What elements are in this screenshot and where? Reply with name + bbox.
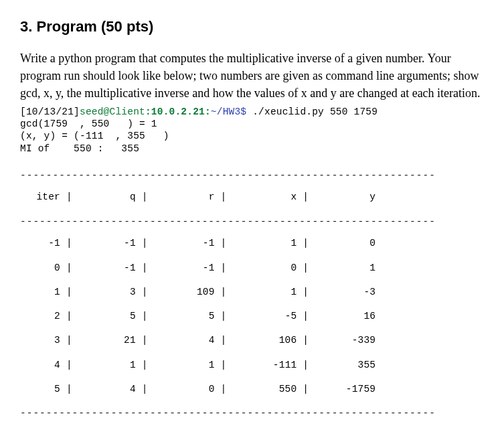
gcd-line: gcd(1759 , 550 ) = 1 [20,119,157,129]
table-row: -1 |-1 |-1 |1 |0 [20,237,484,249]
problem-description: Write a python program that computes the… [20,50,484,102]
prompt-user: seed@Client [80,106,145,117]
command-text: ./xeuclid.py 550 1759 [246,106,377,117]
prompt-date: [10/13/21] [20,106,80,117]
table-row: 3 |21 |4 |106 |-339 [20,334,484,346]
col-header-y: y [309,191,375,203]
col-header-iter: iter [20,191,60,203]
table-output: iter |q |r |x |y -1 |-1 |-1 |1 |0 0 |-1 … [20,157,484,429]
table-separator [20,169,484,179]
table-row: 1 |3 |109 |1 |-3 [20,286,484,298]
table-header-row: iter |q |r |x |y [20,191,484,203]
col-header-x: x [226,191,297,203]
mi-line: MI of 550 : 355 [20,143,139,154]
xy-line: (x, y) = (-111 , 355 ) [20,131,169,141]
prompt-path: ~/HW3$ [211,106,246,117]
col-header-r: r [148,191,215,203]
table-row: 0 |-1 |-1 |0 |1 [20,262,484,274]
col-header-q: q [72,191,136,203]
table-row: 4 |1 |1 |-111 |355 [20,359,484,371]
table-row: 5 |4 |0 |550 |-1759 [20,383,484,395]
table-separator [20,216,484,226]
terminal-output: [10/13/21]seed@Client:10.0.2.21:~/HW3$ .… [20,106,484,155]
table-separator [20,407,484,417]
table-row: 2 |5 |5 |-5 |16 [20,310,484,322]
prompt-host: :10.0.2.21: [145,106,211,117]
section-heading: 3. Program (50 pts) [20,16,484,38]
